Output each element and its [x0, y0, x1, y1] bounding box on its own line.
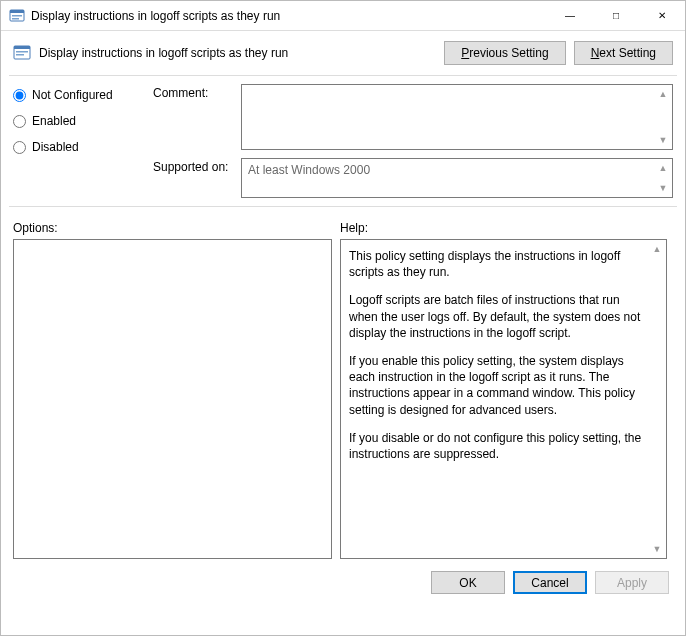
svg-rect-3: [12, 18, 19, 20]
ok-button[interactable]: OK: [431, 571, 505, 594]
radio-enabled[interactable]: Enabled: [13, 114, 143, 128]
policy-setting-icon: [13, 44, 31, 62]
help-panel: This policy setting displays the instruc…: [340, 239, 667, 559]
fields-column: Comment: ▲ ▼ Supported on: At least Wind…: [153, 84, 673, 198]
supported-on-box: At least Windows 2000 ▲ ▼: [241, 158, 673, 198]
svg-rect-7: [16, 54, 24, 56]
policy-icon: [9, 8, 25, 24]
dialog-buttons: OK Cancel Apply: [1, 559, 685, 606]
window-title: Display instructions in logoff scripts a…: [31, 9, 547, 23]
svg-rect-2: [12, 15, 22, 17]
radio-disabled-label: Disabled: [32, 140, 79, 154]
radio-not-configured-input[interactable]: [13, 89, 26, 102]
help-paragraph: Logoff scripts are batch files of instru…: [349, 292, 648, 341]
supported-label: Supported on:: [153, 158, 233, 174]
svg-rect-5: [14, 46, 30, 49]
svg-rect-6: [16, 51, 28, 53]
radio-enabled-label: Enabled: [32, 114, 76, 128]
radio-not-configured[interactable]: Not Configured: [13, 88, 143, 102]
scroll-up-icon[interactable]: ▲: [656, 87, 670, 101]
options-panel: [13, 239, 332, 559]
header-row: Display instructions in logoff scripts a…: [1, 31, 685, 75]
radio-disabled-input[interactable]: [13, 141, 26, 154]
window-controls: — □ ✕: [547, 1, 685, 31]
titlebar: Display instructions in logoff scripts a…: [1, 1, 685, 31]
setting-title: Display instructions in logoff scripts a…: [39, 46, 436, 60]
next-setting-button[interactable]: Next Setting: [574, 41, 673, 65]
config-area: Not Configured Enabled Disabled Comment:…: [1, 76, 685, 198]
supported-row: Supported on: At least Windows 2000 ▲ ▼: [153, 158, 673, 198]
panels: This policy setting displays the instruc…: [1, 239, 685, 559]
scroll-down-icon[interactable]: ▼: [656, 181, 670, 195]
svg-rect-1: [10, 10, 24, 13]
supported-value: At least Windows 2000: [248, 163, 370, 177]
radio-disabled[interactable]: Disabled: [13, 140, 143, 154]
maximize-button[interactable]: □: [593, 1, 639, 31]
scroll-up-icon[interactable]: ▲: [656, 161, 670, 175]
previous-setting-button[interactable]: Previous Setting: [444, 41, 565, 65]
help-paragraph: This policy setting displays the instruc…: [349, 248, 648, 280]
comment-label: Comment:: [153, 84, 233, 100]
help-paragraph: If you disable or do not configure this …: [349, 430, 648, 462]
options-label: Options:: [13, 221, 340, 235]
panel-labels: Options: Help:: [1, 207, 685, 239]
apply-button: Apply: [595, 571, 669, 594]
state-radio-group: Not Configured Enabled Disabled: [13, 84, 143, 198]
minimize-button[interactable]: —: [547, 1, 593, 31]
scroll-down-icon[interactable]: ▼: [650, 542, 664, 556]
cancel-button[interactable]: Cancel: [513, 571, 587, 594]
help-paragraph: If you enable this policy setting, the s…: [349, 353, 648, 418]
close-button[interactable]: ✕: [639, 1, 685, 31]
radio-not-configured-label: Not Configured: [32, 88, 113, 102]
radio-enabled-input[interactable]: [13, 115, 26, 128]
scroll-down-icon[interactable]: ▼: [656, 133, 670, 147]
comment-row: Comment: ▲ ▼: [153, 84, 673, 150]
scroll-up-icon[interactable]: ▲: [650, 242, 664, 256]
help-label: Help:: [340, 221, 368, 235]
comment-textarea[interactable]: ▲ ▼: [241, 84, 673, 150]
